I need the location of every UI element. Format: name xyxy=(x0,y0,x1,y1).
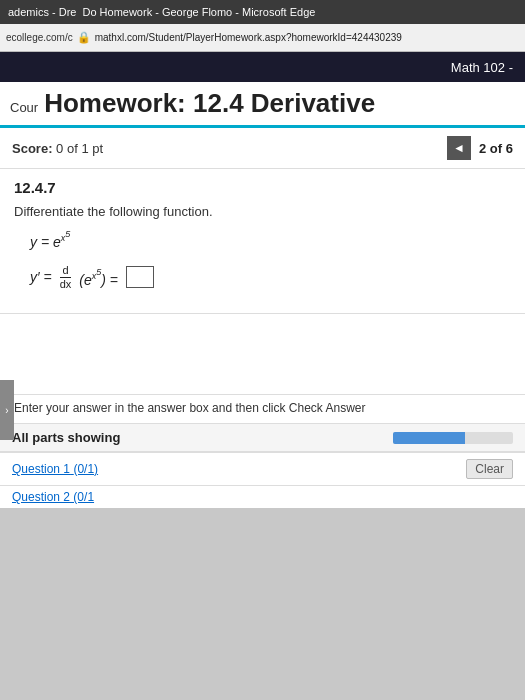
score-bar: Score: 0 of 1 pt ◄ 2 of 6 xyxy=(0,128,525,169)
question2-link[interactable]: Question 2 (0/1 xyxy=(12,490,94,504)
browser-addressbar: ecollege.com/c 🔒 mathxl.com/Student/Play… xyxy=(0,24,525,52)
parts-bar: All parts showing xyxy=(0,423,525,452)
question2-area: Question 2 (0/1 xyxy=(0,485,525,508)
answer-box[interactable] xyxy=(126,266,154,288)
enter-instruction: Enter your answer in the answer box and … xyxy=(0,394,525,423)
e-paren: (ex5) = xyxy=(79,267,118,288)
question-section: 12.4.7 Differentiate the following funct… xyxy=(0,169,525,314)
frac-denominator: dx xyxy=(58,278,74,291)
prev-button[interactable]: ◄ xyxy=(447,136,471,160)
function-display: y = ex5 y′ = d dx (ex5) = xyxy=(30,229,511,291)
exp-sup: x5 xyxy=(92,271,102,281)
progress-bar-fill xyxy=(393,432,465,444)
main-content: Score: 0 of 1 pt ◄ 2 of 6 12.4.7 Differe… xyxy=(0,128,525,508)
bottom-nav: Question 1 (0/1) Clear xyxy=(0,452,525,485)
left-arrow-icon: ◄ xyxy=(453,141,465,155)
nav-area: ◄ 2 of 6 xyxy=(447,136,513,160)
score-label: Score: 0 of 1 pt xyxy=(12,141,103,156)
sidebar-arrow-icon: › xyxy=(5,405,8,416)
derivative-equation: y′ = d dx (ex5) = xyxy=(30,264,511,291)
question-instruction: Differentiate the following function. xyxy=(14,204,511,219)
y-equals: y = ex5 xyxy=(30,234,70,250)
progress-bar-container xyxy=(393,432,513,444)
top-bar: Math 102 - xyxy=(0,52,525,82)
frac-numerator: d xyxy=(60,264,70,278)
course-header: Cour Homework: 12.4 Derivative xyxy=(0,82,525,128)
question-number: 12.4.7 xyxy=(14,179,511,196)
y-prime: y′ = xyxy=(30,269,52,285)
x5-sup: x5 xyxy=(61,233,71,243)
question1-link[interactable]: Question 1 (0/1) xyxy=(12,462,98,476)
course-name: Math 102 - xyxy=(451,60,513,75)
sidebar-tab[interactable]: › xyxy=(0,380,14,440)
address-left: ecollege.com/c xyxy=(6,32,73,43)
titlebar-text: Do Homework - George Flomo - Microsoft E… xyxy=(82,6,315,18)
score-area: Score: 0 of 1 pt xyxy=(12,139,103,157)
question-counter: 2 of 6 xyxy=(479,141,513,156)
homework-title: Homework: 12.4 Derivative xyxy=(44,88,375,119)
spacer-area xyxy=(0,314,525,394)
function-equation: y = ex5 xyxy=(30,229,511,250)
lock-icon: 🔒 xyxy=(77,31,91,44)
browser-titlebar: ademics - Dre Do Homework - George Flomo… xyxy=(0,0,525,24)
fraction: d dx xyxy=(58,264,74,291)
tab-left-text: ademics - Dre xyxy=(8,6,76,18)
course-label: Cour xyxy=(10,100,38,115)
clear-button[interactable]: Clear xyxy=(466,459,513,479)
url-text: mathxl.com/Student/PlayerHomework.aspx?h… xyxy=(95,32,402,43)
all-parts-label: All parts showing xyxy=(12,430,120,445)
